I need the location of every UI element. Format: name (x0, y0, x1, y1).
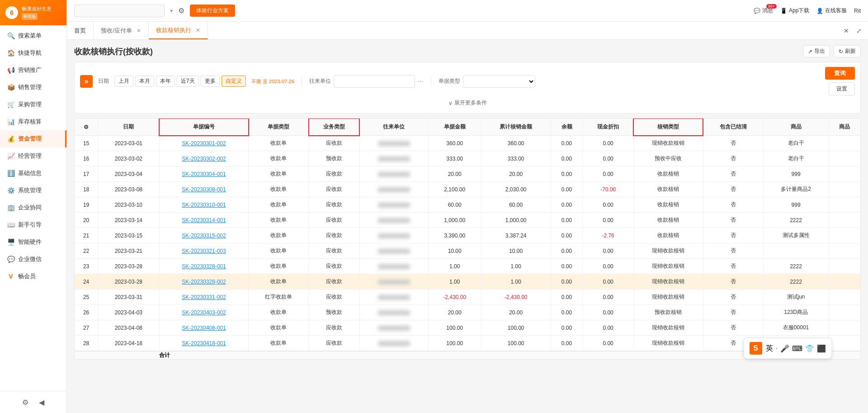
sidebar-nav: 🔍 搜索菜单 🏠 快捷导航 📢 营销推广 📦 销售管理 🛒 采购管理 📊 库存核… (0, 25, 66, 391)
refresh-button[interactable]: ↻ 刷新 (834, 45, 861, 57)
table-cell[interactable]: SK-20230314-001 (159, 213, 249, 228)
table-cell: 收款单 (249, 274, 309, 290)
this-year-btn[interactable]: 本年 (156, 76, 175, 87)
custom-date-btn[interactable]: 自定义 (222, 76, 246, 87)
tab-collection[interactable]: 收款核销执行 ✕ (149, 22, 208, 39)
partner-more-btn[interactable]: ··· (418, 77, 424, 85)
sidebar-item-purchase[interactable]: 🛒 采购管理 (0, 96, 66, 113)
table-cell: ██████████ (359, 336, 428, 351)
sidebar-item-wechat[interactable]: 💬 企业微信 (0, 251, 66, 268)
table-cell: 预收款核销 (633, 305, 703, 320)
sidebar-item-guide[interactable]: 📖 新手引导 (0, 216, 66, 233)
app-download-button[interactable]: 📱 App下载 (780, 7, 809, 14)
table-cell: 否 (703, 151, 763, 166)
sidebar-item-label: 资金管理 (18, 135, 42, 143)
sidebar-item-search[interactable]: 🔍 搜索菜单 (0, 27, 66, 44)
table-cell: 2023-04-18 (98, 336, 160, 351)
settings-button[interactable]: 设置 (829, 82, 855, 95)
online-service-button[interactable]: 👤 在线客服 (816, 7, 847, 14)
sidebar-item-hardware[interactable]: 🖥️ 智能硬件 (0, 233, 66, 251)
message-icon: 💬 (754, 8, 760, 14)
table-cell: -70.00 (583, 182, 633, 197)
sidebar-item-sales[interactable]: 📦 销售管理 (0, 79, 66, 96)
table-cell (829, 182, 860, 197)
table-cell[interactable]: SK-20230315-002 (159, 228, 249, 243)
table-cell[interactable]: SK-20230328-002 (159, 274, 249, 290)
sidebar-item-inventory[interactable]: 📊 库存核算 (0, 113, 66, 130)
th-doc-type: 单据类型 (249, 119, 309, 136)
tab-close-all-btn[interactable]: ✕ (841, 25, 852, 36)
sidebar-item-basic[interactable]: ℹ️ 基础信息 (0, 165, 66, 182)
topbar-right: 💬 消息 99+ 📱 App下载 👤 在线客服 Rit (754, 7, 861, 14)
sidebar-item-operations[interactable]: 📈 经营管理 (0, 147, 66, 165)
table-cell[interactable]: SK-20230408-001 (159, 320, 249, 336)
table-cell[interactable]: SK-20230331-002 (159, 290, 249, 305)
table-cell[interactable]: SK-20230304-001 (159, 166, 249, 182)
table-cell[interactable]: SK-20230418-001 (159, 336, 249, 351)
tab-home[interactable]: 首页 (67, 22, 94, 39)
industry-solution-button[interactable]: 体验行业方案 (190, 5, 235, 17)
user-name: Rit (854, 8, 861, 14)
guide-icon: 📖 (7, 221, 14, 228)
filter-toggle-button[interactable]: » (80, 75, 93, 88)
tab-prepay-close[interactable]: ✕ (137, 28, 141, 34)
table-cell[interactable]: SK-20230403-002 (159, 305, 249, 320)
topbar-search-input[interactable] (74, 5, 165, 17)
table-cell: 收款核销 (633, 166, 703, 182)
inventory-icon: 📊 (7, 118, 14, 125)
sidebar-item-system[interactable]: ⚙️ 系统管理 (0, 182, 66, 199)
table-cell: 100.00 (481, 320, 551, 336)
sidebar-item-enterprise[interactable]: 🏢 企业协同 (0, 199, 66, 216)
table-cell: 现销收款核销 (633, 274, 703, 290)
partner-filter-input[interactable] (334, 75, 415, 88)
expand-more-btn[interactable]: ∨ 展开更多条件 (80, 97, 855, 109)
table-cell (829, 213, 860, 228)
partner-filter-wrap: 往来单位 ··· (309, 75, 424, 88)
sidebar-item-finance[interactable]: 💰 资金管理 (0, 130, 66, 147)
table-cell: 应收款 (309, 213, 359, 228)
table-cell: 应收款 (309, 182, 359, 197)
user-profile[interactable]: Rit (854, 8, 861, 14)
sidebar-item-member[interactable]: V 畅会员 (0, 268, 66, 285)
doc-type-select[interactable] (463, 75, 535, 88)
table-cell: 收款单 (249, 136, 309, 151)
dropdown-arrow-icon[interactable]: ▾ (170, 8, 173, 14)
collapse-btn[interactable]: ◀ (34, 395, 49, 409)
table-cell (829, 136, 860, 151)
table-cell[interactable]: SK-20230328-001 (159, 259, 249, 274)
settings-bottom-btn[interactable]: ⚙ (18, 395, 33, 409)
export-button[interactable]: ↗ 导出 (803, 45, 830, 57)
table-cell: 20.00 (481, 305, 551, 320)
table-cell[interactable]: SK-20230302-002 (159, 151, 249, 166)
table-cell: 收款单 (249, 197, 309, 213)
last-month-btn[interactable]: 上月 (114, 76, 133, 87)
last-7days-btn[interactable]: 近7天 (177, 76, 199, 87)
table-cell: 收款单 (249, 336, 309, 351)
table-cell[interactable]: SK-20230308-001 (159, 182, 249, 197)
query-button[interactable]: 查询 (825, 67, 855, 80)
table-cell: 0.00 (551, 274, 583, 290)
table-cell: 100.00 (428, 336, 481, 351)
topbar-gear-icon[interactable]: ⚙ (178, 6, 184, 15)
table-cell: 0.00 (583, 166, 633, 182)
message-button[interactable]: 💬 消息 99+ (754, 7, 773, 14)
table-cell[interactable]: SK-20230321-003 (159, 243, 249, 259)
table-cell: ██████████ (359, 243, 428, 259)
table-cell: 收款单 (249, 182, 309, 197)
more-date-btn[interactable]: 更多 (201, 76, 220, 87)
tab-maximize-btn[interactable]: ⤢ (854, 25, 864, 36)
tab-prepay[interactable]: 预收/应付单 ✕ (94, 22, 149, 39)
watermark-icons: 英 · 🎤 ⌨ 👕 ⬛ (766, 344, 826, 353)
data-table: ⚙ 日期 单据编号 单据类型 业务类型 往来单位 单据金额 累计核销金额 余额 … (75, 119, 860, 359)
sidebar-item-marketing[interactable]: 📢 营销推广 (0, 62, 66, 79)
table-cell (829, 305, 860, 320)
table-cell (829, 228, 860, 243)
sidebar-item-quicknav[interactable]: 🏠 快捷导航 (0, 44, 66, 62)
table-cell[interactable]: SK-20230301-002 (159, 136, 249, 151)
table-cell: 否 (703, 243, 763, 259)
th-gear[interactable]: ⚙ (75, 119, 98, 136)
table-cell[interactable]: SK-20230310-001 (159, 197, 249, 213)
tab-collection-close[interactable]: ✕ (196, 27, 200, 33)
table-cell: 1,000.00 (481, 213, 551, 228)
this-month-btn[interactable]: 本月 (135, 76, 154, 87)
